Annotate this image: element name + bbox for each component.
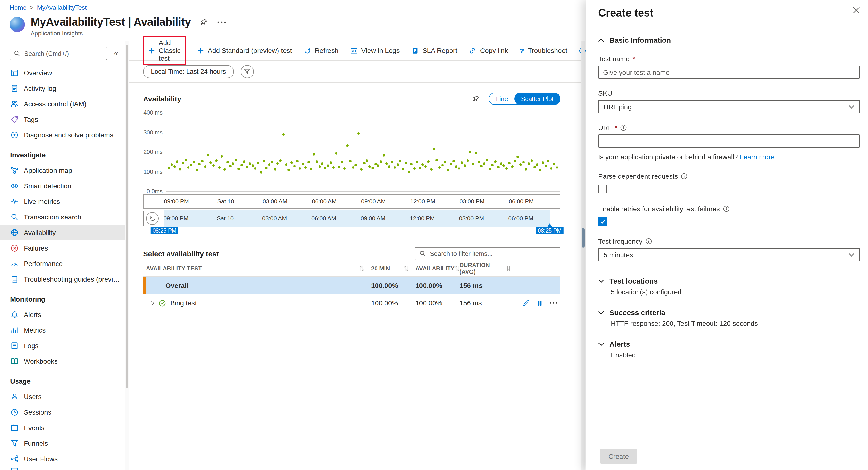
brush-axis-label: Sat 10 (217, 215, 234, 222)
scatter-plot-toggle-button[interactable]: Scatter Plot (514, 92, 560, 105)
info-icon[interactable] (645, 238, 652, 245)
sidebar-item-transaction-search[interactable]: Transaction search (0, 209, 129, 225)
column-header-availability-test[interactable]: AVAILABILITY TEST (143, 265, 371, 272)
smart-detection-icon (10, 182, 19, 190)
sidebar-item-workbooks[interactable]: Workbooks (0, 353, 129, 369)
sidebar-item-label: Workbooks (24, 357, 58, 365)
sidebar-item-activity-log[interactable]: Activity log (0, 81, 129, 96)
sidebar-item-user-flows[interactable]: User Flows (0, 451, 129, 467)
tags-icon (10, 115, 19, 124)
scatter-point (366, 159, 368, 162)
breadcrumb-home[interactable]: Home (10, 4, 26, 11)
scatter-point (215, 159, 218, 162)
sidebar-item-logs[interactable]: Logs (0, 338, 129, 353)
test-name-input[interactable] (598, 65, 860, 79)
sla-report-button[interactable]: SLA Report (411, 47, 457, 54)
brush-position-marker (547, 223, 552, 227)
main-scrollbar-thumb[interactable] (582, 228, 585, 247)
basic-information-section-toggle[interactable]: Basic Information (598, 36, 860, 44)
alerts-section-toggle[interactable]: Alerts (598, 340, 860, 348)
edit-test-icon[interactable] (523, 299, 530, 306)
page-header: MyAvailabilityTest | Availability Applic… (10, 16, 226, 37)
add-standard-test-button[interactable]: Add Standard (preview) test (197, 47, 292, 54)
parse-dependent-requests-checkbox[interactable] (598, 184, 607, 193)
test-frequency-select[interactable]: 5 minutes (598, 248, 860, 261)
sku-select[interactable]: URL ping (598, 100, 860, 113)
sidebar-scrollbar-thumb[interactable] (126, 45, 128, 388)
refresh-button[interactable]: Refresh (304, 47, 338, 54)
create-button[interactable]: Create (600, 449, 637, 464)
more-options-icon[interactable] (218, 21, 226, 23)
sidebar-item-alerts[interactable]: Alerts (0, 307, 129, 322)
time-brush[interactable]: 09:00 PM Sat 10 03:00 AM 06:00 AM 09:00 … (143, 210, 560, 227)
scatter-point (545, 165, 547, 167)
scatter-point (290, 162, 293, 164)
scatter-point (399, 160, 402, 163)
sidebar-item-tags[interactable]: Tags (0, 112, 129, 127)
sidebar-item-metrics[interactable]: Metrics (0, 322, 129, 338)
sidebar-item-users[interactable]: Users (0, 389, 129, 405)
breadcrumb-current[interactable]: MyAvailabilityTest (37, 4, 87, 11)
sidebar-item-performance[interactable]: Performance (0, 256, 129, 271)
sidebar-item-events[interactable]: Events (0, 420, 129, 436)
sidebar-item-diagnose[interactable]: Diagnose and solve problems (0, 127, 129, 143)
table-row-bing-test[interactable]: Bing test 100.00% 100.00% 156 ms (143, 294, 560, 312)
scatter-point (240, 164, 243, 166)
cropped-icon (10, 467, 19, 470)
sidebar-item-availability[interactable]: Availability (0, 225, 129, 240)
sidebar-item-smart-detection[interactable]: Smart detection (0, 178, 129, 194)
collapse-sidebar-button[interactable]: « (110, 49, 122, 58)
copy-link-button[interactable]: Copy link (469, 47, 508, 54)
success-criteria-section-toggle[interactable]: Success criteria (598, 308, 860, 317)
sidebar-search-input[interactable] (10, 47, 107, 60)
learn-more-link[interactable]: Learn more (740, 153, 775, 161)
sidebar-scrollbar[interactable] (125, 41, 129, 470)
availability-chart-card: Availability Line Scatter Plot 400 ms 30… (143, 92, 560, 235)
sidebar-item-overview[interactable]: Overview (0, 65, 129, 81)
view-in-logs-label: View in Logs (361, 47, 400, 54)
troubleshoot-button[interactable]: ? Troubleshoot (520, 47, 567, 55)
line-toggle-button[interactable]: Line (489, 93, 515, 104)
expand-chevron-icon[interactable] (151, 300, 154, 306)
view-in-logs-icon (350, 47, 357, 54)
close-icon[interactable] (853, 7, 860, 13)
brush-reset-icon[interactable] (146, 212, 159, 225)
sidebar-item-sessions[interactable]: Sessions (0, 405, 129, 420)
sidebar-item-troubleshooting-guides[interactable]: Troubleshooting guides (previ… (0, 271, 129, 287)
column-header-availability[interactable]: AVAILABILITY (415, 265, 460, 272)
enable-retries-checkbox[interactable] (598, 217, 607, 226)
url-input[interactable] (598, 135, 860, 148)
sidebar-item-access-control[interactable]: Access control (IAM) (0, 96, 129, 112)
info-icon[interactable] (620, 124, 627, 131)
plot-area (166, 113, 560, 191)
sidebar-item-funnels[interactable]: Funnels (0, 436, 129, 451)
table-row-overall[interactable]: Overall 100.00% 100.00% 156 ms (143, 277, 560, 294)
main-scrollbar[interactable] (581, 41, 585, 470)
scatter-point (511, 165, 513, 168)
scatter-point (550, 167, 552, 170)
sidebar-item-cropped[interactable] (0, 467, 129, 470)
pause-test-icon[interactable] (537, 300, 542, 306)
filter-icon[interactable] (240, 65, 253, 78)
scatter-point (542, 162, 544, 164)
column-header-duration-avg[interactable]: DURATION (AVG) (460, 261, 518, 275)
sidebar-item-live-metrics[interactable]: Live metrics (0, 194, 129, 209)
pin-icon[interactable] (200, 19, 208, 26)
scatter-point (533, 166, 536, 168)
scatter-point (519, 163, 522, 166)
info-icon[interactable] (723, 205, 730, 212)
chart-pin-icon[interactable] (473, 95, 480, 102)
sidebar-item-label: Application map (24, 167, 72, 174)
sidebar-item-application-map[interactable]: Application map (0, 163, 129, 178)
scatter-point (223, 169, 226, 171)
table-filter-input[interactable] (415, 247, 560, 260)
info-icon[interactable] (681, 173, 687, 180)
column-header-20-min[interactable]: 20 MIN (371, 265, 415, 272)
add-classic-test-button[interactable]: Add Classic test (143, 36, 186, 65)
view-in-logs-button[interactable]: View in Logs (350, 47, 400, 54)
sidebar-item-failures[interactable]: Failures (0, 240, 129, 256)
sidebar-item-label: Failures (24, 244, 48, 252)
time-range-pill[interactable]: Local Time: Last 24 hours (143, 65, 234, 78)
test-locations-section-toggle[interactable]: Test locations (598, 277, 860, 285)
row-more-options-icon[interactable] (550, 302, 557, 304)
